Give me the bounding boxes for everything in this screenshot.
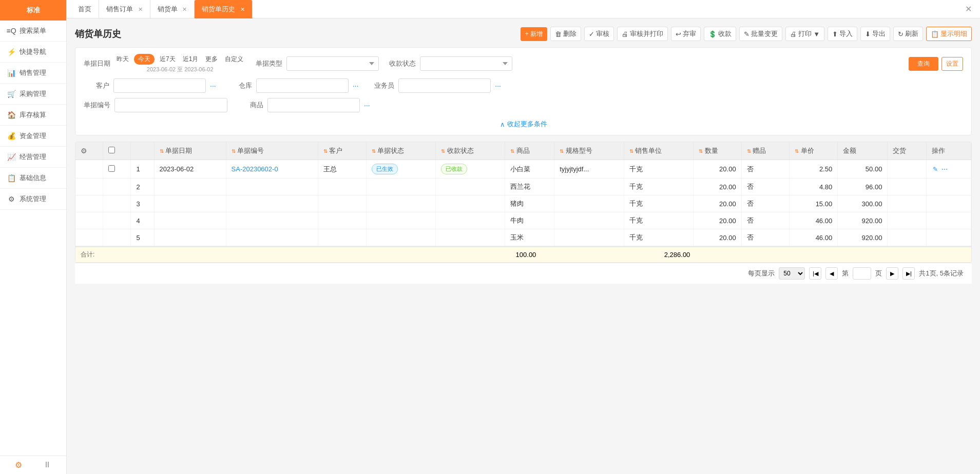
- export-button[interactable]: ⬇ 导出: [860, 27, 890, 41]
- customer-input[interactable]: [113, 78, 206, 93]
- show-detail-button[interactable]: 📋 显示明细: [926, 27, 972, 41]
- cell-gear: [75, 195, 103, 212]
- sidebar-item-purchase-mgmt[interactable]: 🛒 采购管理: [0, 84, 66, 105]
- cell-checkbox[interactable]: [103, 179, 131, 195]
- collect-status-select[interactable]: [420, 56, 512, 71]
- goods-ellipsis[interactable]: ···: [364, 101, 370, 109]
- th-amount: 金额: [838, 142, 888, 160]
- cell-goods: 西兰花: [505, 179, 554, 195]
- th-checkbox[interactable]: [103, 142, 131, 160]
- cell-checkbox[interactable]: [103, 160, 131, 179]
- sidebar-item-finance[interactable]: 💰 资金管理: [0, 126, 66, 147]
- first-page-button[interactable]: |◀: [809, 267, 821, 280]
- tab-sales-delivery[interactable]: 销货单 ✕: [150, 0, 195, 18]
- new-button[interactable]: + 新增: [521, 27, 547, 41]
- query-button[interactable]: 查询: [909, 57, 938, 71]
- per-page-select[interactable]: 50 100 200: [779, 267, 805, 280]
- batch-change-button[interactable]: ✎ 批量变更: [739, 27, 782, 41]
- th-gift[interactable]: ⇅ 赠品: [741, 142, 790, 160]
- date-btn-custom[interactable]: 自定义: [223, 54, 245, 65]
- sidebar-item-ops[interactable]: 📈 经营管理: [0, 147, 66, 168]
- sales-rep-ellipsis[interactable]: ···: [495, 82, 501, 90]
- th-customer[interactable]: ⇅ 客户: [318, 142, 366, 160]
- collect-button[interactable]: 💲 收款: [704, 27, 736, 41]
- th-goods[interactable]: ⇅ 商品: [505, 142, 554, 160]
- import-button[interactable]: ⬆ 导入: [828, 27, 857, 41]
- date-btn-7days[interactable]: 近7天: [158, 54, 178, 65]
- warehouse-input[interactable]: [256, 78, 349, 93]
- date-btn-today[interactable]: 今天: [134, 54, 155, 65]
- tab-sales-history[interactable]: 销货单历史 ✕: [195, 0, 253, 18]
- close-tab-sales-history[interactable]: ✕: [240, 6, 245, 12]
- th-transaction: 交货: [888, 142, 926, 160]
- prev-page-button[interactable]: ◀: [825, 267, 838, 280]
- th-doc-no[interactable]: ⇅ 单据编号: [226, 142, 318, 160]
- cell-doc-status: [366, 179, 435, 195]
- tab-sales-order[interactable]: 销售订单 ✕: [99, 0, 150, 18]
- cell-checkbox[interactable]: [103, 195, 131, 212]
- close-tab-sales-order[interactable]: ✕: [138, 6, 143, 12]
- delete-button[interactable]: 🗑 删除: [550, 27, 581, 41]
- th-doc-date[interactable]: ⇅ 单据日期: [154, 142, 226, 160]
- sidebar-item-basic-info[interactable]: 📋 基础信息: [0, 168, 66, 189]
- sidebar-item-sys-mgmt[interactable]: ⚙ 系统管理: [0, 189, 66, 210]
- doc-no-link[interactable]: SA-20230602-0: [232, 165, 278, 173]
- more-action[interactable]: ⋯: [940, 165, 949, 174]
- select-all-checkbox[interactable]: [108, 147, 115, 153]
- doc-no-input[interactable]: [114, 98, 227, 112]
- cell-action: [926, 195, 971, 212]
- audit-print-button[interactable]: 🖨 审核并打印: [617, 27, 668, 41]
- discard-button[interactable]: ↩ 弃审: [671, 27, 701, 41]
- customer-ellipsis[interactable]: ···: [210, 82, 216, 90]
- cell-doc-date: [154, 229, 226, 246]
- table-row: 1 2023-06-02 SA-20230602-0 王总 已生效 已收款 小白…: [75, 160, 971, 179]
- warehouse-ellipsis[interactable]: ···: [353, 82, 359, 90]
- doc-type-select[interactable]: [286, 56, 379, 71]
- sidebar-item-inventory[interactable]: 🏠 库存核算: [0, 105, 66, 126]
- th-sales-unit[interactable]: ⇅ 销售单位: [624, 142, 693, 160]
- next-page-button[interactable]: ▶: [886, 267, 898, 280]
- sidebar-item-search-menu[interactable]: ≡Q 搜索菜单: [0, 21, 66, 42]
- date-range-value: 2023-06-02 至 2023-06-02: [147, 66, 214, 73]
- date-btn-1month[interactable]: 近1月: [181, 54, 201, 65]
- date-btn-yesterday[interactable]: 昨天: [114, 54, 131, 65]
- page-content-area: 销货单历史 + 新增 🗑 删除 ✓ 审核 🖨 审核并打印 ↩ 弃审: [67, 18, 980, 474]
- status-badge: 已生效: [372, 164, 398, 174]
- collapse-filter-button[interactable]: ∧ 收起更多条件: [84, 117, 963, 129]
- sidebar-item-sales-mgmt[interactable]: 📊 销售管理: [0, 63, 66, 84]
- gear-settings-icon[interactable]: ⚙: [81, 147, 87, 155]
- date-btn-more[interactable]: 更多: [203, 54, 220, 65]
- cell-checkbox[interactable]: [103, 212, 131, 229]
- last-page-button[interactable]: ▶|: [902, 267, 915, 280]
- sidebar-collapse-icon[interactable]: ⏸: [43, 460, 51, 470]
- settings-button[interactable]: 设置: [941, 57, 963, 71]
- sidebar-logo: 标准: [0, 0, 66, 21]
- cell-goods: 玉米: [505, 229, 554, 246]
- edit-action[interactable]: ✎: [932, 165, 939, 174]
- row-checkbox[interactable]: [108, 165, 115, 172]
- th-collect-status[interactable]: ⇅ 收款状态: [435, 142, 505, 160]
- th-quantity[interactable]: ⇅ 数量: [693, 142, 741, 160]
- refresh-button[interactable]: ↻ 刷新: [893, 27, 923, 41]
- cell-checkbox[interactable]: [103, 229, 131, 246]
- goods-input[interactable]: [267, 98, 360, 112]
- th-unit-price[interactable]: ⇅ 单价: [790, 142, 838, 160]
- audit-button[interactable]: ✓ 审核: [584, 27, 614, 41]
- th-gear[interactable]: ⚙: [75, 142, 103, 160]
- goods-label: 商品: [238, 101, 263, 110]
- close-tab-sales-delivery[interactable]: ✕: [182, 6, 187, 12]
- th-spec-type[interactable]: ⇅ 规格型号: [554, 142, 624, 160]
- close-all-tabs-button[interactable]: ✕: [961, 4, 976, 14]
- cell-quantity: 20.00: [693, 179, 741, 195]
- sales-rep-input[interactable]: [398, 78, 491, 93]
- tab-home[interactable]: 首页: [71, 0, 99, 18]
- th-doc-status[interactable]: ⇅ 单据状态: [366, 142, 435, 160]
- cell-amount: 920.00: [838, 212, 888, 229]
- main-content: 首页 销售订单 ✕ 销货单 ✕ 销货单历史 ✕ ✕ 销货单历史 + 新增 🗑 删…: [67, 0, 980, 474]
- print-button[interactable]: 🖨 打印 ▼: [785, 27, 824, 41]
- cell-row-num: 3: [131, 195, 154, 212]
- date-range-picker: 昨天 今天 近7天 近1月 更多 自定义 2023-06-02 至 2023-0…: [114, 54, 245, 73]
- sidebar-item-quick-nav[interactable]: ⚡ 快捷导航: [0, 42, 66, 63]
- sidebar-settings-icon[interactable]: ⚙: [15, 460, 22, 470]
- page-number-input[interactable]: 1: [853, 267, 871, 280]
